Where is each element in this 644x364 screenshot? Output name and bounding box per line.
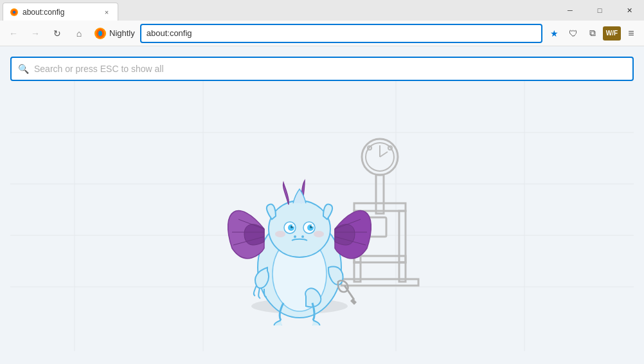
svg-rect-21: [354, 203, 406, 211]
svg-point-51: [314, 231, 324, 237]
tab-title: about:config: [22, 8, 97, 17]
search-bar[interactable]: 🔍 Search or press ESC to show all: [10, 57, 634, 81]
maximize-button[interactable]: □: [585, 0, 614, 21]
tab-bar: about:config ×: [0, 0, 118, 21]
toolbar-icons: ★ 🛡 ⧉ W/F ≡: [545, 24, 640, 42]
tab-close-button[interactable]: ×: [101, 6, 112, 18]
search-placeholder: Search or press ESC to show all: [34, 64, 164, 74]
svg-point-50: [275, 231, 285, 237]
window-controls: ─ □ ✕: [555, 0, 644, 21]
minimize-button[interactable]: ─: [555, 0, 585, 21]
dragon-illustration: [200, 120, 444, 325]
brand-area: Nightly: [91, 27, 138, 40]
menu-button[interactable]: ≡: [622, 24, 640, 42]
svg-line-38: [344, 286, 354, 300]
svg-point-46: [292, 225, 294, 227]
svg-rect-25: [354, 256, 406, 262]
svg-point-2: [13, 11, 15, 14]
svg-line-17: [380, 152, 388, 157]
brand-label: Nightly: [109, 28, 135, 38]
bookmark-icon[interactable]: ★: [545, 24, 563, 42]
search-icon: 🔍: [18, 64, 29, 74]
svg-point-47: [312, 225, 314, 227]
nightly-logo-icon: [94, 27, 107, 40]
illustration-area: [10, 81, 634, 364]
active-tab[interactable]: about:config ×: [3, 3, 118, 21]
close-button[interactable]: ✕: [614, 0, 644, 21]
shield-icon[interactable]: 🛡: [564, 24, 582, 42]
reload-button[interactable]: ↻: [48, 24, 67, 43]
svg-rect-24: [399, 211, 406, 262]
svg-rect-20: [376, 175, 384, 214]
tabs-icon[interactable]: ⧉: [584, 24, 602, 42]
svg-point-48: [294, 235, 296, 238]
url-bar[interactable]: about:config: [140, 24, 542, 43]
url-text: about:config: [147, 28, 536, 38]
title-bar-left: about:config ×: [0, 0, 555, 21]
back-button[interactable]: ←: [4, 24, 23, 43]
svg-point-49: [301, 235, 304, 238]
tab-favicon-icon: [10, 8, 19, 17]
svg-point-39: [269, 201, 330, 257]
navigation-bar: ← → ↻ ⌂ Nightly about:config ★ 🛡 ⧉ W/F: [0, 21, 644, 46]
page-content: 🔍 Search or press ESC to show all: [0, 46, 644, 364]
forward-button[interactable]: →: [26, 24, 45, 43]
home-button[interactable]: ⌂: [69, 24, 89, 43]
title-bar: about:config × ─ □ ✕: [0, 0, 644, 21]
svg-rect-28: [341, 279, 418, 286]
search-bar-container: 🔍 Search or press ESC to show all: [10, 57, 634, 81]
svg-point-5: [98, 31, 102, 36]
wf-button[interactable]: W/F: [603, 26, 621, 41]
dragon-svg: [200, 120, 444, 325]
